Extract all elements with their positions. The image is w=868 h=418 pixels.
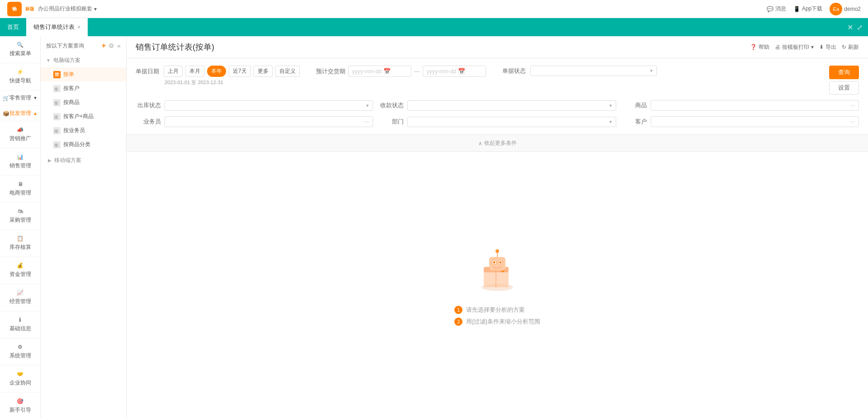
sidebar-item-search[interactable]: 🔍 搜索菜单	[0, 36, 40, 63]
app-download-btn[interactable]: 📱 App下载	[793, 5, 822, 13]
mobile-section-header[interactable]: ▶ 移动端方案	[41, 153, 126, 167]
settings-btn[interactable]: 设置	[829, 81, 859, 95]
goods-input[interactable]: ···	[651, 100, 859, 111]
message-label: 消息	[775, 5, 786, 13]
window-close-btn[interactable]: ✕	[847, 23, 853, 32]
sidebar-item-collab[interactable]: 🤝 企业协同	[0, 366, 40, 393]
tab-close-btn[interactable]: ×	[77, 24, 80, 30]
user-menu[interactable]: Ea demo2	[830, 3, 861, 15]
page-title-row: 销售订单统计表(按单) ❓ 帮助 🖨 按模板打印 ▾ ⬇	[136, 42, 859, 52]
customer-input[interactable]: ···	[651, 116, 859, 127]
sidebar-item-system[interactable]: ⚙ 系统管理	[0, 338, 40, 366]
panel-actions: + ⚙ «	[102, 42, 121, 50]
payment-dropdown-icon: ▾	[609, 103, 612, 109]
date-btn-custom[interactable]: 自定义	[275, 66, 300, 77]
tree-item-by-customer[interactable]: 按 按客户	[41, 81, 126, 95]
export-btn[interactable]: ⬇ 导出	[819, 43, 836, 51]
svg-point-18	[493, 261, 495, 264]
top-bar-left: 畅 标版 办公用品行业模拟账套 ▾	[7, 2, 97, 16]
app-logo: 畅	[7, 2, 22, 16]
date-btn-more[interactable]: 更多	[254, 66, 273, 77]
svg-text:按: 按	[54, 129, 58, 133]
tab-home[interactable]: 首页	[0, 18, 26, 36]
by-goods-label: 按商品	[63, 99, 80, 106]
sidebar-item-basic[interactable]: ℹ 基础信息	[0, 311, 40, 338]
date-btn-last-month[interactable]: 上月	[164, 66, 183, 77]
help-btn[interactable]: ❓ 帮助	[750, 43, 769, 51]
by-customer-icon: 按	[53, 85, 61, 92]
delivery-select[interactable]: ▾	[165, 100, 373, 111]
action-btns: 查询 设置	[829, 66, 859, 95]
right-content: 销售订单统计表(按单) ❓ 帮助 🖨 按模板打印 ▾ ⬇	[127, 36, 868, 418]
collapse-label: 收起更多条件	[484, 139, 517, 147]
panel-collapse-btn[interactable]: «	[117, 42, 121, 49]
filter-area: 单据日期 上月 本月 本年 近7天 更多 自定义 2023-01-01 至 20…	[127, 58, 868, 135]
print-template-btn[interactable]: 🖨 按模板打印 ▾	[775, 43, 814, 51]
sidebar-item-ecommerce[interactable]: 🖥 电商管理	[0, 176, 40, 203]
by-category-label: 按商品分类	[63, 141, 90, 148]
payment-select[interactable]: ▾	[407, 100, 616, 111]
status-select[interactable]: ▾	[530, 66, 657, 76]
tree-item-by-order[interactable]: 按 按单	[41, 67, 126, 81]
empty-steps: 1 请先选择要分析的方案 2 用[过滤]条件来缩小分析范围	[454, 306, 540, 326]
page-title: 销售订单统计表(按单)	[136, 42, 214, 52]
sidebar-item-marketing[interactable]: 📣 营销推广	[0, 121, 40, 148]
empty-step-2: 2 用[过滤]条件来缩小分析范围	[454, 318, 540, 326]
app-download-label: App下载	[802, 5, 822, 13]
sidebar-item-sales[interactable]: 📊 销售管理	[0, 148, 40, 176]
payment-filter: 收款状态 ▾	[378, 100, 616, 111]
tree-item-by-category[interactable]: 按 按商品分类	[41, 138, 126, 152]
sales-icon: 📊	[17, 154, 24, 160]
panel-add-btn[interactable]: +	[102, 42, 106, 50]
cal-end-icon: 📅	[458, 68, 465, 75]
date-btn-7days[interactable]: 近7天	[229, 66, 251, 77]
collapse-row[interactable]: ∧ 收起更多条件	[127, 135, 868, 152]
status-section: 单据状态 ▾	[502, 66, 657, 76]
app-download-icon: 📱	[793, 6, 800, 12]
expected-date-start[interactable]: yyyy-mm-dd 📅	[348, 66, 411, 77]
salesperson-more-icon: ···	[364, 119, 369, 125]
date-btn-this-month[interactable]: 本月	[185, 66, 204, 77]
sidebar-item-finance[interactable]: 💰 资金管理	[0, 257, 40, 284]
sidebar-item-shortcuts[interactable]: ⚡ 快捷导航	[0, 63, 40, 90]
retail-arrow: ▼	[33, 95, 38, 100]
sidebar-item-purchase[interactable]: 🛍 采购管理	[0, 203, 40, 230]
tab-sales-stats[interactable]: 销售订单统计表 ×	[26, 18, 88, 36]
refresh-icon: ↻	[842, 44, 846, 50]
app-dropdown-icon: ▾	[94, 6, 97, 12]
print-label: 按模板打印	[782, 43, 809, 51]
collapse-btn[interactable]: ∧ 收起更多条件	[478, 139, 517, 147]
basic-icon: ℹ	[19, 317, 21, 323]
pc-section-header[interactable]: ▼ 电脑端方案	[41, 53, 126, 67]
dept-select[interactable]: ▾	[407, 117, 616, 127]
refresh-btn[interactable]: ↻ 刷新	[842, 43, 859, 51]
message-btn[interactable]: 💬 消息	[767, 5, 786, 13]
svg-point-21	[495, 249, 499, 253]
mobile-section-label: 移动端方案	[54, 157, 81, 164]
window-maximize-btn[interactable]: ⤢	[857, 23, 863, 32]
logo-text: 畅	[12, 6, 17, 12]
app-selector[interactable]: 办公用品行业模拟账套 ▾	[38, 5, 97, 13]
shortcuts-icon: ⚡	[17, 69, 24, 75]
wholesale-arrow: ▲	[33, 111, 38, 116]
panel-settings-btn[interactable]: ⚙	[108, 42, 114, 49]
expected-date-end[interactable]: yyyy-mm-dd 📅	[423, 66, 486, 77]
salesperson-input[interactable]: ···	[165, 116, 373, 127]
tree-item-by-salesperson[interactable]: 按 按业务员	[41, 124, 126, 138]
sidebar-item-retail[interactable]: 🛒 零售管理 ▼	[0, 90, 40, 106]
finance-icon: 💰	[17, 262, 24, 269]
sidebar-item-inventory[interactable]: 📋 库存核算	[0, 230, 40, 257]
tree-item-by-goods[interactable]: 按 按商品	[41, 95, 126, 109]
by-order-icon: 按	[53, 71, 61, 78]
collab-icon: 🤝	[17, 371, 24, 377]
expected-date-label: 预计交货期	[316, 67, 345, 76]
date-btn-this-year[interactable]: 本年	[207, 66, 226, 77]
query-btn[interactable]: 查询	[829, 66, 859, 79]
tree-item-by-customer-goods[interactable]: 按 按客户+商品	[41, 109, 126, 124]
left-panel-header: 按以下方案查询 + ⚙ «	[41, 42, 126, 53]
sidebar-item-guide[interactable]: 🎯 新手引导	[0, 393, 40, 418]
dept-dropdown-icon: ▾	[609, 119, 612, 125]
sidebar-item-wholesale[interactable]: 📦 批发管理 ▲	[0, 106, 40, 121]
cal-start-icon: 📅	[383, 68, 391, 75]
sidebar-item-management[interactable]: 📈 经营管理	[0, 284, 40, 311]
